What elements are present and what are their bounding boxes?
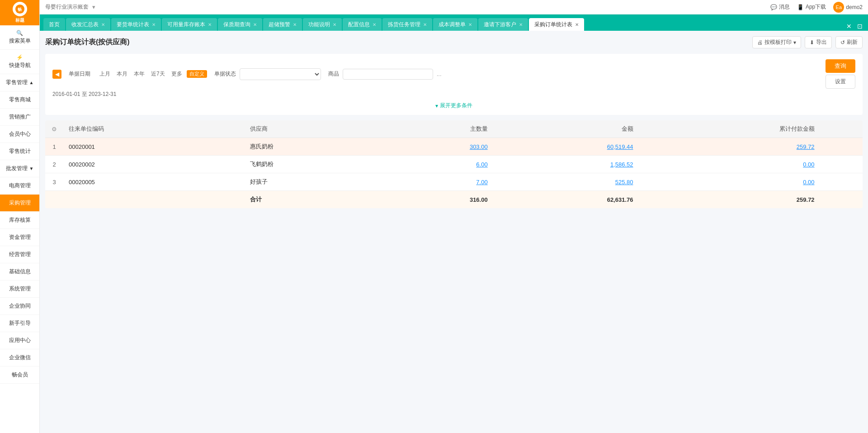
- close-icon[interactable]: ✕: [373, 22, 376, 27]
- user-menu[interactable]: Ea demo2: [833, 2, 863, 13]
- sidebar-item-label: 系统管理: [9, 285, 31, 293]
- sidebar-item-system[interactable]: 系统管理: [0, 281, 39, 298]
- tab-chaochuyujing[interactable]: 超储预警 ✕: [263, 18, 302, 31]
- sidebar-item-operations[interactable]: 经营管理: [0, 246, 39, 263]
- tab-chengben[interactable]: 成本调整单 ✕: [433, 18, 477, 31]
- row-main-qty[interactable]: 6.00: [380, 156, 493, 173]
- tab-keyongliang[interactable]: 可用量库存账本 ✕: [162, 18, 217, 31]
- table-footer: 合计 316.00 62,631.76 259.72: [45, 191, 863, 209]
- table-body: 1 00020001 惠氏奶粉 303.00 60,519.44 259.72 …: [45, 138, 863, 191]
- custom-date-tag[interactable]: 自定义: [187, 70, 207, 78]
- tab-label: 配置信息: [348, 21, 370, 29]
- close-icon[interactable]: ✕: [208, 22, 212, 27]
- sidebar-item-marketing[interactable]: 营销推广: [0, 109, 39, 126]
- sidebar-item-member[interactable]: 会员中心: [0, 126, 39, 143]
- sidebar-item-label: 搜索英单: [9, 37, 31, 45]
- sidebar-item-retail[interactable]: 零售管理 ▲: [0, 74, 39, 91]
- tab-baozhi[interactable]: 保质期查询 ✕: [218, 18, 262, 31]
- tab-peizhi[interactable]: 配置信息 ✕: [343, 18, 382, 31]
- tab-yaohuo[interactable]: 要货单统计表 ✕: [111, 18, 161, 31]
- sidebar-item-quicknav[interactable]: ⚡ 快捷导航: [0, 50, 39, 74]
- row-paid[interactable]: 259.72: [639, 138, 820, 156]
- row-main-qty[interactable]: 303.00: [380, 138, 493, 156]
- tab-shoufahuihz[interactable]: 收发汇总表 ✕: [66, 18, 110, 31]
- sidebar-item-retail-stat[interactable]: 零售统计: [0, 143, 39, 160]
- sidebar-item-enterprise[interactable]: 企业协同: [0, 298, 39, 315]
- sidebar-item-label: 营销推广: [9, 113, 31, 121]
- col-supplier: 供应商: [245, 120, 380, 138]
- page-header: 采购订单统计表(按供应商) 🖨 按模板打印 ▾ ⬇ 导出 ↺ 刷新: [45, 36, 863, 48]
- sidebar-item-newguide[interactable]: 新手引导: [0, 315, 39, 332]
- close-icon[interactable]: ✕: [293, 22, 297, 27]
- sidebar-item-appcenter[interactable]: 应用中心: [0, 332, 39, 349]
- row-paid[interactable]: 0.00: [639, 156, 820, 173]
- row-main-qty[interactable]: 7.00: [380, 173, 493, 191]
- date-from: 2016-01-01: [52, 91, 80, 97]
- status-filter-label: 单据状态: [214, 70, 236, 78]
- close-icon[interactable]: ✕: [152, 22, 156, 27]
- app-download-btn[interactable]: 📱 App下载: [797, 3, 826, 11]
- tab-home[interactable]: 首页: [43, 18, 65, 31]
- tab-zhehuo[interactable]: 拣货任务管理 ✕: [382, 18, 432, 31]
- status-select[interactable]: [240, 68, 321, 80]
- search-button[interactable]: 查询: [826, 59, 855, 73]
- shortcut-this-year[interactable]: 本年: [132, 69, 146, 79]
- close-icon[interactable]: ✕: [333, 22, 336, 27]
- settings-button[interactable]: 设置: [826, 75, 855, 89]
- sidebar-item-basic[interactable]: 基础信息: [0, 263, 39, 281]
- footer-label: 合计: [245, 191, 380, 209]
- tab-bar-actions: ✕ ⊡: [844, 22, 864, 31]
- sidebar-item-vip[interactable]: 畅会员: [0, 366, 39, 384]
- tab-label: 邀请下游客户: [484, 21, 516, 29]
- app-download-label: App下载: [806, 3, 826, 11]
- close-icon[interactable]: ✕: [468, 22, 472, 27]
- print-icon: 🖨: [757, 39, 763, 46]
- shortcut-7days[interactable]: 近7天: [149, 69, 167, 79]
- sidebar-item-wechat[interactable]: 企业微信: [0, 349, 39, 366]
- chevron-left-icon: ◀: [55, 71, 59, 77]
- sidebar-item-inventory[interactable]: 库存核算: [0, 212, 39, 229]
- sidebar-item-label: 基础信息: [9, 268, 31, 276]
- refresh-button[interactable]: ↺ 刷新: [835, 36, 863, 48]
- template-print-button[interactable]: 🖨 按模板打印 ▾: [752, 36, 801, 48]
- sidebar: 畅 标题 🔍 搜索英单 ⚡ 快捷导航 零售管理 ▲ 零售商城 营销推广 会员中心…: [0, 0, 40, 433]
- tab-yaoqing[interactable]: 邀请下游客户 ✕: [478, 18, 528, 31]
- table-row: 1 00020001 惠氏奶粉 303.00 60,519.44 259.72: [45, 138, 863, 156]
- shortcut-this-month[interactable]: 本月: [115, 69, 129, 79]
- breadcrumb: 母婴行业演示账套: [45, 3, 89, 11]
- row-paid[interactable]: 0.00: [639, 173, 820, 191]
- sidebar-item-label: 零售商城: [9, 96, 31, 104]
- tab-gongnengshuo[interactable]: 功能说明 ✕: [303, 18, 342, 31]
- row-supplier: 惠氏奶粉: [245, 138, 380, 156]
- export-button[interactable]: ⬇ 导出: [805, 36, 832, 48]
- close-icon[interactable]: ✕: [575, 22, 579, 27]
- filter-toggle-button[interactable]: ◀: [52, 70, 61, 79]
- goods-input[interactable]: [343, 69, 433, 80]
- expand-label: 展开更多条件: [440, 102, 472, 109]
- column-settings-icon[interactable]: ⚙: [52, 126, 57, 133]
- sidebar-item-finance[interactable]: 资金管理: [0, 229, 39, 246]
- tab-restore-btn[interactable]: ⊡: [855, 22, 864, 31]
- expand-filter-button[interactable]: ▾ 展开更多条件: [435, 102, 472, 109]
- close-icon[interactable]: ✕: [101, 22, 105, 27]
- goods-more-icon[interactable]: ...: [437, 71, 442, 77]
- row-amount[interactable]: 525.80: [493, 173, 639, 191]
- sidebar-item-batch[interactable]: 批发管理 ▼: [0, 160, 39, 177]
- message-btn[interactable]: 💬 消息: [770, 3, 790, 11]
- tab-close-all-btn[interactable]: ✕: [844, 22, 854, 31]
- sidebar-item-search[interactable]: 🔍 搜索英单: [0, 25, 39, 50]
- tab-label: 保质期查询: [223, 21, 250, 29]
- sidebar-item-ecommerce[interactable]: 电商管理: [0, 177, 39, 195]
- sidebar-item-retail-shop[interactable]: 零售商城: [0, 91, 39, 109]
- shortcut-more[interactable]: 更多: [170, 69, 184, 79]
- sidebar-item-purchase[interactable]: 采购管理: [0, 195, 39, 212]
- close-icon[interactable]: ✕: [519, 22, 523, 27]
- close-icon[interactable]: ✕: [423, 22, 427, 27]
- close-icon[interactable]: ✕: [253, 22, 257, 27]
- row-amount[interactable]: 60,519.44: [493, 138, 639, 156]
- row-amount[interactable]: 1,586.52: [493, 156, 639, 173]
- chevron-down-icon: ▼: [29, 166, 34, 171]
- tab-caigou[interactable]: 采购订单统计表 ✕: [529, 18, 584, 31]
- row-unit-code: 00020001: [63, 138, 245, 156]
- shortcut-last-month[interactable]: 上月: [98, 69, 112, 79]
